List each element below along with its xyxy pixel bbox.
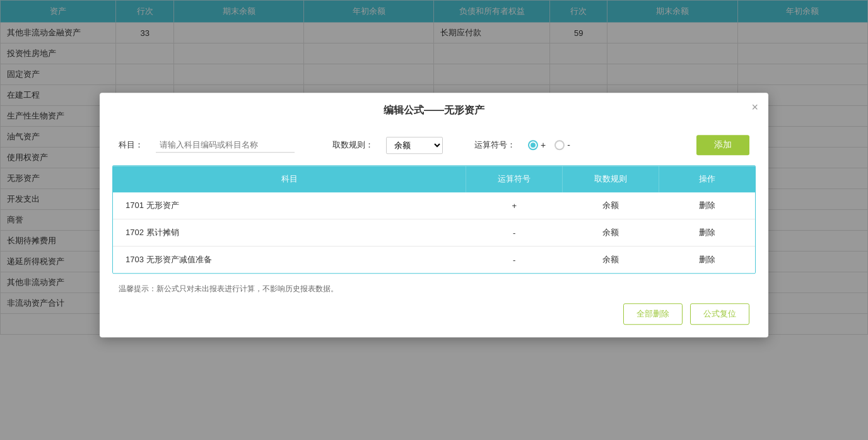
subject-label: 科目：: [119, 139, 143, 151]
modal-title: 编辑公式——无形资产: [384, 104, 484, 117]
delete-all-button[interactable]: 全部删除: [623, 303, 683, 325]
formula-subject: 1702 累计摊销: [113, 219, 466, 246]
th-subject: 科目: [113, 166, 466, 192]
formula-subject: 1701 无形资产: [113, 192, 466, 219]
rule-select[interactable]: 余额 借方 贷方 借方发生额 贷方发生额: [386, 137, 443, 154]
th-action: 操作: [659, 166, 755, 192]
radio-plus-label: +: [541, 140, 546, 150]
operator-label: 运算符号：: [474, 139, 515, 151]
modal-header: 编辑公式——无形资产 ×: [100, 93, 768, 127]
operator-radio-group: + -: [528, 140, 570, 150]
formula-operator: -: [466, 219, 563, 246]
reset-formula-button[interactable]: 公式复位: [690, 303, 749, 325]
delete-row-button[interactable]: 删除: [659, 192, 755, 219]
radio-plus-circle: [528, 140, 538, 150]
edit-formula-modal: 编辑公式——无形资产 × 科目： 取数规则： 余额 借方 贷方 借方发生额 贷方…: [100, 93, 768, 337]
formula-row: 1702 累计摊销-余额删除: [113, 219, 755, 246]
formula-row: 1701 无形资产+余额删除: [113, 192, 755, 219]
rule-select-group: 余额 借方 贷方 借方发生额 贷方发生额: [386, 137, 443, 154]
rule-label: 取数规则：: [332, 139, 373, 151]
close-icon[interactable]: ×: [751, 101, 758, 113]
radio-minus[interactable]: -: [554, 140, 570, 150]
delete-row-button[interactable]: 删除: [659, 246, 755, 274]
formula-operator: -: [466, 246, 563, 274]
formula-rule: 余额: [563, 219, 659, 246]
formula-table: 科目 运算符号 取数规则 操作 1701 无形资产+余额删除1702 累计摊销-…: [112, 165, 756, 274]
add-button[interactable]: 添加: [696, 135, 749, 155]
footer-buttons: 全部删除 公式复位: [100, 297, 768, 325]
th-operator: 运算符号: [466, 166, 563, 192]
formula-subject: 1703 无形资产减值准备: [113, 246, 466, 274]
delete-row-button[interactable]: 删除: [659, 219, 755, 246]
footer-hint: 温馨提示：新公式只对未出报表进行计算，不影响历史报表数据。: [100, 274, 768, 297]
subject-input[interactable]: [156, 137, 295, 153]
form-row: 科目： 取数规则： 余额 借方 贷方 借方发生额 贷方发生额 运算符号： + -…: [100, 127, 768, 165]
radio-minus-label: -: [567, 140, 570, 150]
formula-rule: 余额: [563, 192, 659, 219]
radio-plus[interactable]: +: [528, 140, 546, 150]
radio-minus-circle: [554, 140, 565, 150]
th-rule: 取数规则: [563, 166, 659, 192]
formula-operator: +: [466, 192, 563, 219]
formula-row: 1703 无形资产减值准备-余额删除: [113, 246, 755, 274]
formula-rule: 余额: [563, 246, 659, 274]
